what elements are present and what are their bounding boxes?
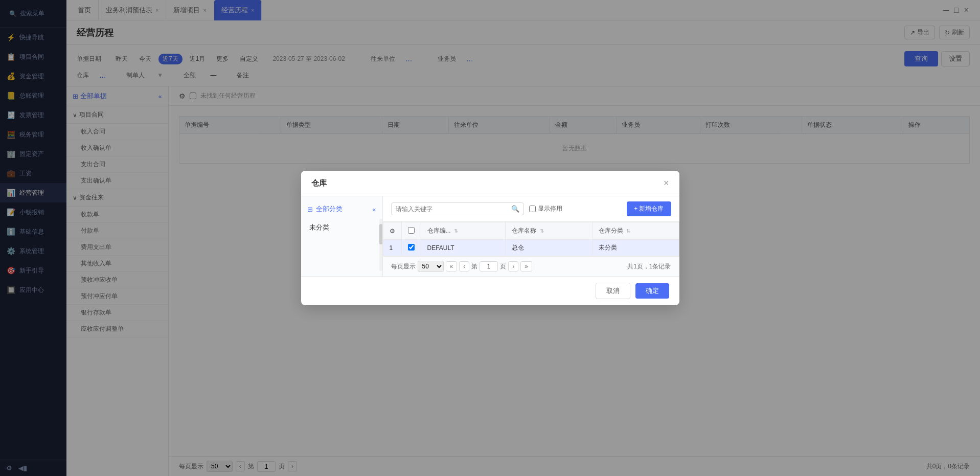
confirm-button[interactable]: 确定 bbox=[635, 283, 669, 299]
modal-sidebar-collapse[interactable]: « bbox=[372, 206, 376, 213]
search-icon: 🔍 bbox=[511, 205, 519, 213]
row-category: 未分类 bbox=[592, 240, 679, 256]
modal-page-size-select[interactable]: 50 100 bbox=[418, 261, 444, 272]
warehouse-modal: 仓库 × ⊞ 全部分类 « 未分类 bbox=[301, 171, 679, 305]
modal-table-wrap: ⚙ 仓库编... ⇅ 仓库名称 bbox=[383, 222, 679, 256]
th-settings: ⚙ bbox=[383, 222, 401, 240]
th-warehouse-name: 仓库名称 ⇅ bbox=[506, 222, 592, 240]
row-id: 1 bbox=[383, 240, 401, 256]
modal-search-input[interactable] bbox=[396, 206, 511, 213]
modal-body: ⊞ 全部分类 « 未分类 bbox=[301, 196, 679, 276]
th-checkbox bbox=[401, 222, 421, 240]
row-name: 总仓 bbox=[506, 240, 592, 256]
modal-table-body: 1 DEFAULT 总仓 未分类 bbox=[383, 240, 679, 256]
row-select-checkbox[interactable] bbox=[408, 244, 415, 251]
show-disabled-checkbox[interactable] bbox=[529, 206, 536, 212]
modal-select-all[interactable] bbox=[408, 227, 415, 234]
modal-table-row[interactable]: 1 DEFAULT 总仓 未分类 bbox=[383, 240, 679, 256]
modal-next-page[interactable]: › bbox=[508, 261, 518, 271]
modal-footer-bar: 每页显示 50 100 « ‹ 第 页 › » 共1页，1条记录 bbox=[383, 256, 679, 276]
modal-table: ⚙ 仓库编... ⇅ 仓库名称 bbox=[383, 222, 679, 256]
modal-last-page[interactable]: » bbox=[520, 261, 532, 271]
scroll-thumb bbox=[379, 224, 382, 244]
modal-page-input[interactable] bbox=[480, 261, 498, 271]
modal-prev-page[interactable]: ‹ bbox=[459, 261, 469, 271]
modal-overlay: 仓库 × ⊞ 全部分类 « 未分类 bbox=[0, 0, 980, 476]
row-code: DEFAULT bbox=[421, 240, 506, 256]
modal-toolbar: 🔍 显示停用 + 新增仓库 bbox=[383, 196, 679, 222]
modal-title: 仓库 bbox=[311, 178, 327, 188]
sort-icon-name[interactable]: ⇅ bbox=[540, 228, 544, 234]
add-warehouse-button[interactable]: + 新增仓库 bbox=[627, 201, 671, 216]
show-disabled-label[interactable]: 显示停用 bbox=[529, 205, 562, 213]
settings-gear-icon[interactable]: ⚙ bbox=[390, 228, 395, 235]
sort-icon-category[interactable]: ⇅ bbox=[626, 228, 630, 234]
th-warehouse-category: 仓库分类 ⇅ bbox=[592, 222, 679, 240]
apps-icon: ⊞ bbox=[307, 206, 313, 213]
modal-pagination: 每页显示 50 100 « ‹ 第 页 › » bbox=[391, 261, 532, 272]
modal-all-category[interactable]: ⊞ 全部分类 bbox=[307, 205, 343, 214]
modal-page-label: 第 bbox=[471, 262, 477, 271]
modal-uncategorized[interactable]: 未分类 bbox=[301, 219, 382, 236]
modal-search-box[interactable]: 🔍 bbox=[391, 202, 524, 215]
modal-action-bar: 取消 确定 bbox=[301, 276, 679, 305]
modal-page-unit: 页 bbox=[500, 262, 506, 271]
modal-close-button[interactable]: × bbox=[664, 178, 669, 189]
sort-icon-code[interactable]: ⇅ bbox=[454, 228, 458, 234]
modal-total-info: 共1页，1条记录 bbox=[627, 262, 671, 271]
modal-table-header: ⚙ 仓库编... ⇅ 仓库名称 bbox=[383, 222, 679, 240]
modal-first-page[interactable]: « bbox=[446, 261, 458, 271]
modal-sidebar-scrollbar[interactable] bbox=[379, 219, 382, 271]
modal-page-size-label: 每页显示 bbox=[391, 262, 416, 271]
modal-content: 🔍 显示停用 + 新增仓库 ⚙ bbox=[383, 196, 679, 276]
cancel-button[interactable]: 取消 bbox=[596, 283, 630, 299]
modal-header: 仓库 × bbox=[301, 171, 679, 196]
modal-sidebar: ⊞ 全部分类 « 未分类 bbox=[301, 196, 383, 276]
th-warehouse-code: 仓库编... ⇅ bbox=[421, 222, 506, 240]
row-checkbox[interactable] bbox=[401, 240, 421, 256]
